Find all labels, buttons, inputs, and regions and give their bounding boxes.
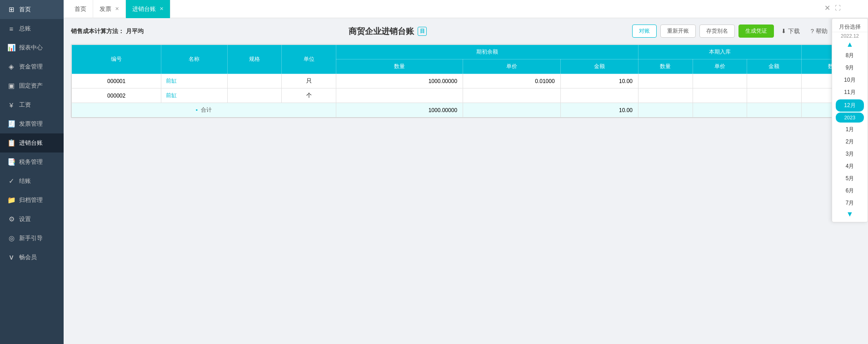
month-item-5[interactable]: 5月 [832,172,868,185]
scroll-up-button[interactable]: ▲ [832,39,868,49]
tabs-bar: 首页 发票 ✕ 进销台账 ✕ [64,0,868,18]
total-opening-price [463,103,561,118]
cell-unit-1: 只 [282,74,336,88]
page-title: 商贸企业进销台账 [349,26,414,37]
tab-invoice-label: 发票 [100,5,111,13]
sub-col-in-qty: 数量 [638,59,693,74]
tab-home[interactable]: 首页 [68,0,93,18]
sub-col-in-price: 单价 [693,59,747,74]
cell-in-qty-2 [638,88,693,103]
sidebar-label-home: 首页 [19,5,31,14]
cell-spec-2 [227,88,282,103]
scroll-down-button[interactable]: ▼ [832,209,868,219]
settings-icon: ⚙ [7,215,15,223]
toolbar-buttons: 对账 重新开账 存货别名 生成凭证 ⬇ 下载 ? 帮助 ↻ 刷新 [632,25,861,38]
month-item-2[interactable]: 2月 [832,136,868,148]
sub-col-in-amount: 金额 [747,59,802,74]
total-in-price [693,103,747,118]
col-header-spec: 规格 [227,45,282,74]
cell-in-qty-1 [638,74,693,88]
cell-in-amount-2 [747,88,802,103]
cell-opening-price-1: 0.01000 [463,74,561,88]
sidebar-item-settings[interactable]: ⚙ 设置 [0,210,64,229]
month-item-12[interactable]: 12月 [836,99,864,112]
tab-purchase-sales[interactable]: 进销台账 ✕ [126,0,170,18]
download-button[interactable]: ⬇ 下载 [778,25,803,37]
cell-opening-amount-2 [560,88,638,103]
total-opening-amount: 10.00 [560,103,638,118]
close-window-button[interactable]: ✕ [824,4,830,12]
sidebar-label-settings: 设置 [19,215,31,223]
tab-purchase-sales-label: 进销台账 [132,5,156,13]
reopen-button[interactable]: 重新开账 [660,25,696,38]
sub-col-opening-price: 单价 [463,59,561,74]
sidebar-label-salary: 工资 [19,101,31,109]
cost-method: 销售成本计算方法： 月平均 [71,27,144,35]
sidebar-item-guide[interactable]: ◎ 新手引导 [0,229,64,248]
tab-purchase-sales-close[interactable]: ✕ [160,6,164,12]
month-panel: 月份选择 2022.12 ▲ 8月 9月 10月 11月 12月 2023 1月… [832,18,868,222]
sidebar-item-assets[interactable]: ▣ 固定资产 [0,76,64,95]
sidebar-item-funds[interactable]: ◈ 资金管理 [0,57,64,76]
total-icon: ▪ [196,107,198,113]
download-icon: ⬇ [781,28,786,34]
cell-name-2: 前缸 [161,88,227,103]
month-item-6[interactable]: 6月 [832,185,868,197]
sidebar-item-home[interactable]: ⊞ 首页 [0,0,64,19]
col-header-opening-balance: 期初余额 [336,45,638,59]
save-alias-button[interactable]: 存货别名 [699,25,735,38]
assets-icon: ▣ [7,82,15,90]
cell-opening-qty-2 [336,88,463,103]
tab-invoice-close[interactable]: ✕ [115,6,119,12]
month-item-1[interactable]: 1月 [832,123,868,136]
duizhang-button[interactable]: 对账 [632,25,657,38]
maximize-window-button[interactable]: ⛶ [835,4,841,12]
month-item-11[interactable]: 11月 [832,86,868,98]
sidebar-item-purchase-sales[interactable]: 📋 进销台账 [0,133,64,152]
sidebar-item-tax[interactable]: 📑 税务管理 [0,152,64,172]
title-info-icon[interactable]: 目 [418,27,427,36]
sidebar-item-ledger[interactable]: ≡ 总账 [0,19,64,38]
sidebar-item-checkout[interactable]: ✓ 结账 [0,172,64,191]
sidebar-item-reports[interactable]: 📊 报表中心 [0,38,64,57]
help-button[interactable]: ? 帮助 [807,25,831,37]
salary-icon: ¥ [7,101,15,109]
total-opening-qty: 1000.00000 [336,103,463,118]
sidebar-label-ledger: 总账 [19,25,31,33]
invoice-icon: 🧾 [7,120,15,128]
month-item-7[interactable]: 7月 [832,197,868,209]
name-link-2[interactable]: 前缸 [166,92,177,98]
generate-voucher-button[interactable]: 生成凭证 [738,25,774,38]
total-row: ▪ 合计 1000.00000 10.00 [72,103,860,118]
archive-icon: 📁 [7,196,15,204]
sidebar-label-funds: 资金管理 [19,63,43,71]
tab-invoice[interactable]: 发票 ✕ [93,0,126,18]
sub-col-opening-qty: 数量 [336,59,463,74]
cell-opening-amount-1: 10.00 [560,74,638,88]
month-item-4[interactable]: 4月 [832,160,868,172]
month-item-3[interactable]: 3月 [832,148,868,160]
month-item-9[interactable]: 9月 [832,62,868,74]
home-icon: ⊞ [7,5,15,14]
year-2023-badge: 2023 [836,113,864,123]
sidebar-item-salary[interactable]: ¥ 工资 [0,95,64,114]
sidebar-label-checkout: 结账 [19,177,31,185]
name-link-1[interactable]: 前缸 [166,78,177,84]
sidebar-label-invoice: 发票管理 [19,120,43,128]
cell-name-1: 前缸 [161,74,227,88]
sidebar-item-member[interactable]: V 畅会员 [0,248,64,267]
help-icon: ? [811,28,814,34]
cell-in-price-1 [693,74,747,88]
page-title-area: 商贸企业进销台账 目 [349,26,427,37]
sidebar-item-archive[interactable]: 📁 归档管理 [0,191,64,210]
sidebar-item-invoice[interactable]: 🧾 发票管理 [0,114,64,133]
guide-icon: ◎ [7,234,15,242]
month-item-8[interactable]: 8月 [832,49,868,62]
sidebar-label-guide: 新手引导 [19,234,43,242]
main-content: ✕ ⛶ 首页 发票 ✕ 进销台账 ✕ 销售成本计算方法： 月平均 商贸企业进销台… [64,0,868,344]
total-text: 合计 [201,107,212,113]
page-content: 销售成本计算方法： 月平均 商贸企业进销台账 目 对账 重新开账 存货别名 生成… [64,18,868,344]
cost-method-value: 月平均 [126,28,144,34]
download-label: 下载 [788,27,800,35]
month-item-10[interactable]: 10月 [832,74,868,86]
